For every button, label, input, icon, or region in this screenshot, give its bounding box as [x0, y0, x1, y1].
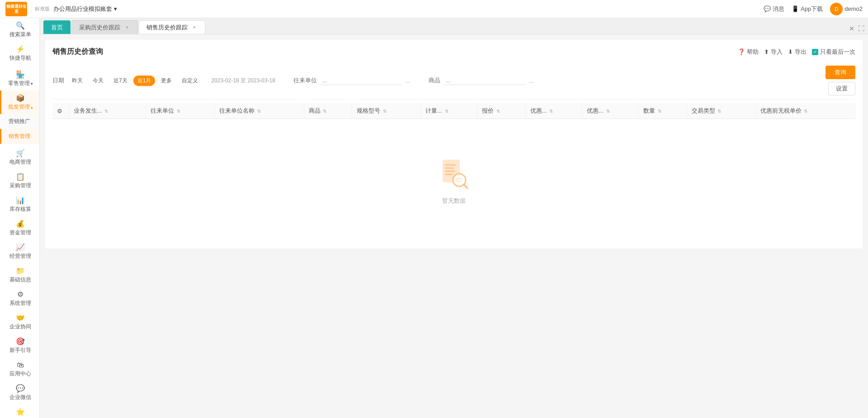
sidebar-label: 电商管理: [9, 158, 31, 166]
sidebar-item-sales-mgmt[interactable]: 销售管理: [0, 129, 39, 144]
sidebar-item-system[interactable]: ⚙ 系统管理: [0, 287, 39, 310]
col-goods[interactable]: 商品 ⇅: [304, 103, 352, 119]
col-label: 规格型号: [357, 107, 380, 114]
sidebar-item-operations[interactable]: 📈 经营管理: [0, 240, 39, 263]
col-label: 优惠...: [530, 107, 547, 114]
sort-icon: ⇅: [658, 109, 661, 114]
sidebar: 🔍 搜索菜单 ⚡ 快捷导航 🏪 零售管理 ▾ 📦 批发管理 ▴ 营销推广 销售管…: [0, 18, 40, 418]
svg-line-6: [464, 185, 467, 188]
sidebar-item-shortcut[interactable]: ⚡ 快捷导航: [0, 42, 39, 65]
sidebar-item-retail[interactable]: 🏪 零售管理 ▾: [0, 67, 39, 90]
sidebar-item-marketing[interactable]: 营销推广: [0, 114, 39, 129]
maximize-button[interactable]: ⛶: [858, 25, 864, 32]
top-actions: 💬 消息 📱 App下载 D demo2: [764, 3, 863, 15]
last7-btn[interactable]: 近7天: [109, 76, 132, 86]
app-download-button[interactable]: 📱 App下载: [792, 5, 823, 13]
partner-label: 往来单位: [293, 76, 317, 85]
sidebar-label: 经营管理: [9, 252, 31, 260]
logo: 畅捷通好生意: [5, 2, 27, 16]
export-button[interactable]: ⬇ 导出: [788, 48, 807, 56]
yesterday-btn[interactable]: 昨天: [68, 76, 87, 86]
sidebar-item-enterprise[interactable]: 🤝 企业协同: [0, 310, 39, 334]
dropdown-icon: ▾: [114, 5, 117, 12]
newbie-icon: 🎯: [16, 337, 25, 346]
tab-sales-history[interactable]: 销售历史价跟踪 ×: [139, 20, 205, 34]
tab-close-sales[interactable]: ×: [191, 24, 198, 31]
col-discount2[interactable]: 优惠... ⇅: [582, 103, 639, 119]
download-icon: 📱: [792, 5, 799, 12]
sidebar-item-wechat[interactable]: 💬 企业微信: [0, 381, 39, 404]
col-label: 优惠前无税单价: [760, 107, 802, 114]
partner-input[interactable]: [321, 76, 402, 85]
tab-purchase-history[interactable]: 采购历史价跟踪 ×: [71, 20, 138, 34]
sidebar-item-finance[interactable]: 💰 资金管理: [0, 216, 39, 240]
help-icon: ❓: [738, 48, 745, 55]
more-btn[interactable]: 更多: [157, 76, 176, 86]
sort-icon: ⇅: [549, 109, 553, 114]
close-all-button[interactable]: ✕: [849, 25, 854, 32]
custom-btn[interactable]: 自定义: [178, 76, 202, 86]
svg-rect-2: [445, 167, 454, 169]
sidebar-label: 企业协同: [9, 323, 31, 331]
app-version: 标准版: [31, 5, 50, 12]
message-button[interactable]: 💬 消息: [764, 5, 784, 13]
table-header-row: ⚙ 业务发生... ⇅ 往来单位 ⇅: [52, 103, 855, 119]
sidebar-item-member[interactable]: ⭐ 畅会员: [0, 404, 39, 418]
sidebar-item-ecommerce[interactable]: 🛒 电商管理: [0, 146, 39, 169]
col-trade-type[interactable]: 交易类型 ⇅: [687, 103, 755, 119]
member-icon: ⭐: [16, 408, 25, 416]
partner-dots: ...: [406, 77, 410, 84]
today-btn[interactable]: 今天: [89, 76, 108, 86]
goods-input[interactable]: [444, 76, 525, 85]
account-dropdown[interactable]: 办公用品行业模拟账套 ▾: [53, 5, 117, 13]
col-discount1[interactable]: 优惠... ⇅: [525, 103, 582, 119]
account-name: 办公用品行业模拟账套: [53, 5, 112, 13]
finance-icon: 💰: [16, 219, 25, 228]
date-filter-group: 日期 昨天 今天 近7天 近1月 更多 自定义: [52, 76, 202, 86]
import-button[interactable]: ⬆ 导入: [764, 48, 783, 56]
settings-button[interactable]: 设置: [828, 82, 855, 95]
user-menu[interactable]: D demo2: [830, 3, 863, 15]
only-last-checkbox[interactable]: ✓ 只看最后一次: [812, 48, 855, 56]
col-settings[interactable]: ⚙: [52, 103, 69, 119]
sidebar-item-inventory[interactable]: 📊 库存核算: [0, 193, 39, 216]
page-header: 销售历史价查询 ❓ 帮助 ⬆ 导入 ⬇ 导出: [52, 47, 855, 57]
sidebar-label: 新手引导: [9, 347, 31, 354]
sort-icon: ⇅: [177, 109, 180, 114]
sidebar-label: 批发管理 ▴: [8, 103, 33, 111]
query-button[interactable]: 查询: [826, 66, 855, 79]
sidebar-item-wholesale[interactable]: 📦 批发管理 ▴: [0, 90, 39, 114]
sidebar-label: 应用中心: [9, 370, 31, 378]
page-content: 销售历史价查询 ❓ 帮助 ⬆ 导入 ⬇ 导出: [40, 34, 868, 418]
date-filter-buttons: 昨天 今天 近7天 近1月 更多 自定义: [68, 76, 202, 86]
export-icon: ⬇: [788, 48, 793, 55]
search-icon: 🔍: [16, 21, 25, 30]
col-spec[interactable]: 规格型号 ⇅: [352, 103, 421, 119]
sidebar-item-basic[interactable]: 📁 基础信息: [0, 263, 39, 287]
message-icon: 💬: [764, 5, 771, 12]
purchase-tab-label: 采购历史价跟踪: [79, 24, 120, 32]
sort-icon: ⇅: [383, 109, 387, 114]
sidebar-item-purchase[interactable]: 📋 采购管理: [0, 169, 39, 193]
help-button[interactable]: ❓ 帮助: [738, 48, 759, 56]
col-qty[interactable]: 数量 ⇅: [639, 103, 687, 119]
goods-dots: ...: [529, 77, 534, 84]
tab-close-purchase[interactable]: ×: [124, 24, 130, 31]
col-pre-tax-price[interactable]: 优惠前无税单价 ⇅: [755, 103, 855, 119]
content-area: 首页 采购历史价跟踪 × 销售历史价跟踪 × ✕ ⛶ 销售历史价查询: [40, 18, 868, 418]
last1m-btn[interactable]: 近1月: [133, 76, 156, 86]
col-partner-code[interactable]: 往来单位 ⇅: [146, 103, 215, 119]
col-partner-name[interactable]: 往来单位名称 ⇅: [215, 103, 304, 119]
main-card: 销售历史价查询 ❓ 帮助 ⬆ 导入 ⬇ 导出: [45, 40, 863, 248]
sidebar-item-appstore[interactable]: 🛍 应用中心: [0, 357, 39, 381]
page-title: 销售历史价查询: [52, 47, 103, 57]
goods-filter-group: 商品 ...: [429, 76, 534, 85]
sidebar-item-search[interactable]: 🔍 搜索菜单: [0, 18, 39, 42]
tab-home[interactable]: 首页: [43, 20, 71, 34]
col-price[interactable]: 报价 ⇅: [477, 103, 525, 119]
col-biz-date[interactable]: 业务发生... ⇅: [69, 103, 146, 119]
col-label: 往来单位: [151, 107, 174, 114]
sidebar-item-newbie[interactable]: 🎯 新手引导: [0, 334, 39, 357]
sidebar-label: 快捷导航: [9, 54, 31, 62]
col-unit[interactable]: 计量... ⇅: [421, 103, 477, 119]
